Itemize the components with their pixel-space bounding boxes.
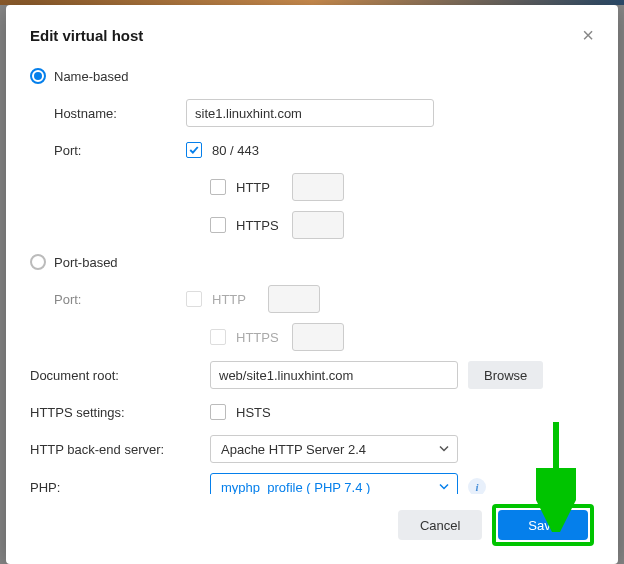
hostname-row: Hostname: — [30, 99, 594, 127]
hostname-input[interactable] — [186, 99, 434, 127]
hsts-checkbox[interactable] — [210, 404, 226, 420]
nb-https-port-input[interactable] — [292, 211, 344, 239]
pb-http-label: HTTP — [212, 292, 268, 307]
close-icon[interactable]: × — [582, 25, 594, 45]
name-based-radio[interactable] — [30, 68, 46, 84]
dialog-body: Name-based Hostname: Port: 80 / 443 HTTP… — [6, 57, 618, 494]
nb-port-row: Port: 80 / 443 — [30, 137, 594, 163]
https-settings-label: HTTPS settings: — [30, 405, 210, 420]
name-based-row: Name-based — [30, 63, 594, 89]
pb-https-checkbox — [210, 329, 226, 345]
save-highlight-annotation: Save — [492, 504, 594, 546]
docroot-input[interactable] — [210, 361, 458, 389]
port-based-row: Port-based — [30, 249, 594, 275]
nb-port-label: Port: — [54, 143, 186, 158]
hostname-label: Hostname: — [54, 106, 186, 121]
name-based-label: Name-based — [54, 69, 128, 84]
nb-https-label: HTTPS — [236, 218, 292, 233]
php-value: myphp_profile ( PHP 7.4 ) — [221, 480, 370, 495]
https-settings-row: HTTPS settings: HSTS — [30, 399, 594, 425]
docroot-label: Document root: — [30, 368, 210, 383]
pb-https-row: HTTPS — [30, 323, 594, 351]
backend-label: HTTP back-end server: — [30, 442, 210, 457]
save-button[interactable]: Save — [498, 510, 588, 540]
docroot-row: Document root: Browse — [30, 361, 594, 389]
nb-http-label: HTTP — [236, 180, 292, 195]
nb-http-row: HTTP — [30, 173, 594, 201]
pb-https-port-input — [292, 323, 344, 351]
pb-http-port-input — [268, 285, 320, 313]
backend-value: Apache HTTP Server 2.4 — [221, 442, 366, 457]
pb-port-label: Port: — [54, 292, 186, 307]
caret-down-icon — [439, 480, 449, 495]
php-select[interactable]: myphp_profile ( PHP 7.4 ) — [210, 473, 458, 494]
php-row: PHP: myphp_profile ( PHP 7.4 ) i — [30, 473, 594, 494]
port-based-radio[interactable] — [30, 254, 46, 270]
port-based-label: Port-based — [54, 255, 118, 270]
caret-down-icon — [439, 442, 449, 457]
backend-select[interactable]: Apache HTTP Server 2.4 — [210, 435, 458, 463]
pb-port-row: Port: HTTP — [30, 285, 594, 313]
info-icon[interactable]: i — [468, 478, 486, 494]
nb-http-checkbox[interactable] — [210, 179, 226, 195]
cancel-button[interactable]: Cancel — [398, 510, 482, 540]
edit-virtual-host-dialog: Edit virtual host × Name-based Hostname:… — [6, 5, 618, 564]
dialog-title: Edit virtual host — [30, 27, 143, 44]
browse-button[interactable]: Browse — [468, 361, 543, 389]
pb-http-checkbox — [186, 291, 202, 307]
nb-https-row: HTTPS — [30, 211, 594, 239]
dialog-footer: Cancel Save — [6, 494, 618, 564]
port-default-checkbox[interactable] — [186, 142, 202, 158]
dialog-header: Edit virtual host × — [6, 5, 618, 57]
backend-row: HTTP back-end server: Apache HTTP Server… — [30, 435, 594, 463]
nb-http-port-input[interactable] — [292, 173, 344, 201]
hsts-label: HSTS — [236, 405, 271, 420]
php-label: PHP: — [30, 480, 210, 495]
nb-https-checkbox[interactable] — [210, 217, 226, 233]
port-default-label: 80 / 443 — [212, 143, 259, 158]
pb-https-label: HTTPS — [236, 330, 292, 345]
